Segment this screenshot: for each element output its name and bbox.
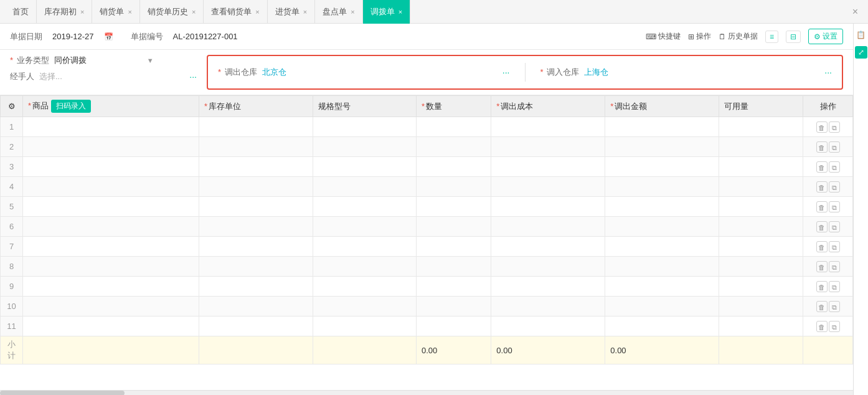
th-gear[interactable]: ⚙ — [1, 96, 23, 117]
cell-goods[interactable] — [23, 297, 199, 316]
cell-qty[interactable] — [416, 117, 491, 137]
cell-spec[interactable] — [313, 277, 417, 297]
cell-available[interactable] — [719, 137, 803, 157]
copy-icon[interactable]: ⧉ — [829, 321, 840, 332]
close-icon[interactable]: × — [80, 8, 84, 16]
cell-amount[interactable] — [605, 257, 719, 277]
history-button[interactable]: 🗒 历史单据 — [719, 31, 758, 42]
cell-cost[interactable] — [491, 316, 605, 336]
delete-icon[interactable]: 🗑 — [816, 221, 828, 232]
delete-icon[interactable]: 🗑 — [816, 121, 828, 133]
delete-icon[interactable]: 🗑 — [816, 201, 828, 212]
cell-goods[interactable] — [23, 257, 199, 277]
copy-icon[interactable]: ⧉ — [829, 301, 840, 312]
shortcuts-button[interactable]: ⌨ 快捷键 — [646, 31, 681, 42]
cell-goods[interactable] — [23, 217, 199, 237]
cell-available[interactable] — [719, 217, 803, 237]
cell-cost[interactable] — [491, 297, 605, 316]
copy-icon[interactable]: ⧉ — [829, 241, 840, 252]
cell-available[interactable] — [719, 277, 803, 297]
cell-unit[interactable] — [199, 177, 313, 197]
cell-spec[interactable] — [313, 297, 417, 316]
tab-view-sales[interactable]: 查看销货单 × — [204, 0, 267, 24]
tab-inventory-init[interactable]: 库存期初 × — [37, 0, 92, 24]
tab-stocktake[interactable]: 盘点单 × — [315, 0, 362, 24]
cell-unit[interactable] — [199, 257, 313, 277]
cell-goods[interactable] — [23, 137, 199, 157]
cell-unit[interactable] — [199, 277, 313, 297]
cell-goods[interactable] — [23, 117, 199, 137]
sidebar-expand-icon[interactable]: ⤢ — [855, 46, 867, 59]
scan-button[interactable]: 扫码录入 — [51, 100, 91, 113]
setting-button[interactable]: ⚙ 设置 — [808, 29, 843, 44]
cell-spec[interactable] — [313, 316, 417, 336]
cell-available[interactable] — [719, 297, 803, 316]
cell-spec[interactable] — [313, 237, 417, 257]
cell-unit[interactable] — [199, 117, 313, 137]
cell-unit[interactable] — [199, 157, 313, 177]
cell-cost[interactable] — [491, 237, 605, 257]
horizontal-scrollbar[interactable] — [0, 390, 853, 395]
cell-amount[interactable] — [605, 316, 719, 336]
cell-amount[interactable] — [605, 177, 719, 197]
handler-value[interactable]: 选择... — [39, 71, 184, 82]
cell-spec[interactable] — [313, 157, 417, 177]
scrollbar-thumb[interactable] — [0, 391, 125, 395]
operations-button[interactable]: ⊞ 操作 — [688, 31, 711, 42]
layout-list-button[interactable]: ≡ — [765, 31, 778, 43]
cell-unit[interactable] — [199, 197, 313, 217]
cell-goods[interactable] — [23, 157, 199, 177]
cell-spec[interactable] — [313, 217, 417, 237]
cell-amount[interactable] — [605, 297, 719, 316]
cell-qty[interactable] — [416, 316, 491, 336]
handler-more-button[interactable]: ··· — [189, 72, 197, 82]
cell-unit[interactable] — [199, 237, 313, 257]
cell-cost[interactable] — [491, 257, 605, 277]
close-icon[interactable]: × — [128, 8, 131, 16]
tab-sales-history[interactable]: 销货单历史 × — [140, 0, 204, 24]
copy-icon[interactable]: ⧉ — [829, 161, 840, 173]
cell-amount[interactable] — [605, 137, 719, 157]
cell-goods[interactable] — [23, 177, 199, 197]
cell-amount[interactable] — [605, 197, 719, 217]
cell-spec[interactable] — [313, 137, 417, 157]
cell-cost[interactable] — [491, 137, 605, 157]
business-type-select[interactable]: 同价调拨 ▼ — [54, 55, 154, 66]
copy-icon[interactable]: ⧉ — [829, 261, 840, 272]
window-close-button[interactable]: × — [847, 6, 863, 17]
copy-icon[interactable]: ⧉ — [829, 181, 840, 193]
cell-available[interactable] — [719, 117, 803, 137]
cell-qty[interactable] — [416, 177, 491, 197]
delete-icon[interactable]: 🗑 — [816, 281, 828, 292]
cell-unit[interactable] — [199, 217, 313, 237]
delete-icon[interactable]: 🗑 — [816, 261, 828, 272]
cell-goods[interactable] — [23, 237, 199, 257]
cell-amount[interactable] — [605, 117, 719, 137]
cell-available[interactable] — [719, 257, 803, 277]
dropdown-arrow-icon[interactable]: ▼ — [147, 57, 154, 64]
tab-purchase-order[interactable]: 进货单 × — [268, 0, 315, 24]
warehouse-out-value[interactable]: 北京仓 — [262, 67, 498, 78]
warehouse-out-more-button[interactable]: ··· — [502, 67, 510, 77]
cell-cost[interactable] — [491, 277, 605, 297]
close-icon[interactable]: × — [192, 8, 196, 16]
cell-available[interactable] — [719, 237, 803, 257]
cell-cost[interactable] — [491, 197, 605, 217]
delete-icon[interactable]: 🗑 — [816, 241, 828, 252]
cell-goods[interactable] — [23, 277, 199, 297]
warehouse-in-more-button[interactable]: ··· — [824, 67, 832, 77]
cell-spec[interactable] — [313, 197, 417, 217]
cell-goods[interactable] — [23, 197, 199, 217]
calendar-icon[interactable]: 📅 — [104, 32, 113, 41]
cell-available[interactable] — [719, 157, 803, 177]
warehouse-in-value[interactable]: 上海仓 — [584, 67, 819, 78]
cell-cost[interactable] — [491, 217, 605, 237]
cell-spec[interactable] — [313, 177, 417, 197]
cell-available[interactable] — [719, 316, 803, 336]
cell-cost[interactable] — [491, 117, 605, 137]
cell-qty[interactable] — [416, 217, 491, 237]
cell-qty[interactable] — [416, 277, 491, 297]
delete-icon[interactable]: 🗑 — [816, 321, 828, 332]
cell-unit[interactable] — [199, 137, 313, 157]
close-icon[interactable]: × — [399, 8, 402, 16]
